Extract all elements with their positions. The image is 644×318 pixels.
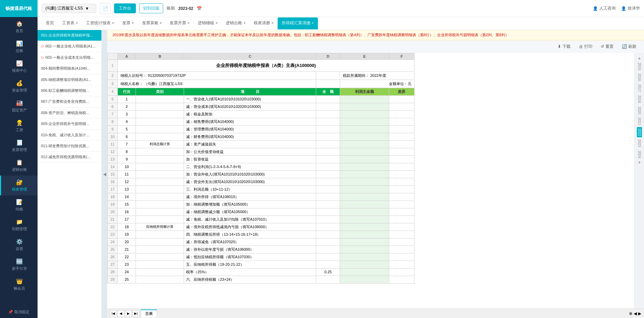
row-profit[interactable] <box>340 208 389 216</box>
row-profit[interactable] <box>340 125 389 133</box>
row-diff[interactable] <box>389 246 414 253</box>
row-diff[interactable] <box>389 185 414 193</box>
row-diff[interactable] <box>389 95 414 103</box>
list-item-004[interactable]: 004-期间费用明细表(A1040... <box>38 63 101 74</box>
close-icon[interactable]: × <box>112 21 114 25</box>
row-profit[interactable] <box>340 110 389 118</box>
row-hangci[interactable]: 4 <box>118 118 136 125</box>
timeline-year-2021[interactable]: 2021 <box>637 116 642 126</box>
row-hangci[interactable]: 17 <box>118 216 136 223</box>
sidebar-unpin-button[interactable]: 📌 取消固定 <box>0 306 38 318</box>
row-hangci[interactable]: 9 <box>118 155 136 163</box>
close-icon[interactable]: × <box>76 21 78 25</box>
row-profit[interactable] <box>340 103 389 110</box>
row-profit[interactable] <box>340 216 389 223</box>
row-profit[interactable] <box>340 118 389 125</box>
row-hangci[interactable]: 10 <box>118 163 136 170</box>
row-hangci[interactable]: 22 <box>118 253 136 261</box>
row-amount[interactable] <box>316 261 340 268</box>
sidebar-item-archive[interactable]: 📁 归档管理 <box>0 215 38 235</box>
tab-tax-clearance[interactable]: 税表清册 × <box>250 17 278 29</box>
row-amount[interactable] <box>316 170 340 178</box>
sidebar-item-close[interactable]: 📝 结账 <box>0 195 38 215</box>
close-icon[interactable]: × <box>187 21 190 25</box>
row-amount[interactable] <box>316 103 340 110</box>
list-item-007[interactable]: 007-广告费和业务宣传费跌... <box>38 96 101 107</box>
row-diff[interactable] <box>389 193 414 201</box>
scroll-arrow-left[interactable]: ◀ <box>634 311 637 316</box>
row-hangci[interactable]: 15 <box>118 201 136 208</box>
close-icon[interactable]: × <box>243 21 246 25</box>
row-profit[interactable] <box>340 276 389 283</box>
sidebar-item-assets[interactable]: 🏭 固定资产 <box>0 96 38 116</box>
row-amount[interactable] <box>316 133 340 140</box>
list-item-002[interactable]: ⊙ 002-一般企业收入明细表(A1... <box>38 41 101 52</box>
row-profit[interactable] <box>340 238 389 246</box>
sidebar-item-finance[interactable]: 💰 资金管理 <box>0 77 38 96</box>
sheet-nav-prev[interactable]: ◀ <box>117 310 124 317</box>
row-hangci[interactable]: 18 <box>118 223 136 231</box>
row-profit[interactable] <box>340 133 389 140</box>
row-amount[interactable] <box>316 201 340 208</box>
row-diff[interactable] <box>389 155 414 163</box>
row-diff[interactable] <box>389 178 414 185</box>
row-amount[interactable] <box>316 238 340 246</box>
row-amount[interactable] <box>316 125 340 133</box>
row-diff[interactable] <box>389 163 414 170</box>
row-amount[interactable] <box>316 253 340 261</box>
refresh-button[interactable]: 🔄 刷新 <box>620 42 639 51</box>
sheet-nav-first[interactable]: |◀ <box>110 310 117 317</box>
timeline-year-2016[interactable]: 2016 <box>637 72 642 82</box>
row-amount[interactable] <box>316 223 340 231</box>
sidebar-item-home[interactable]: 🏠 首页 <box>0 17 38 37</box>
tab-invoice[interactable]: 发票 × <box>118 17 138 29</box>
row-hangci[interactable]: 2 <box>118 103 136 110</box>
collapse-panel-button[interactable]: ◀ <box>102 30 107 318</box>
row-diff[interactable] <box>389 253 414 261</box>
row-amount[interactable] <box>316 185 340 193</box>
row-profit[interactable] <box>340 268 389 276</box>
tab-sales-ledger[interactable]: 进销台账 × <box>222 17 250 29</box>
user-profile-btn[interactable]: 👤 徐泽华 <box>621 5 640 11</box>
row-amount[interactable] <box>316 193 340 201</box>
row-amount[interactable] <box>316 118 340 125</box>
close-icon[interactable]: × <box>215 21 218 25</box>
timeline-year-2018[interactable]: 2018 <box>637 94 642 104</box>
list-item-012[interactable]: 012-减免所得税优惠明细表(... <box>38 152 101 163</box>
timeline-year-2019[interactable]: 2019 <box>637 61 642 71</box>
list-item-006[interactable]: 006-职工薪酬纳税调整明细... <box>38 85 101 96</box>
close-icon[interactable]: × <box>271 21 274 25</box>
list-item-011[interactable]: 011-研发费用加计扣除优惠... <box>38 141 101 152</box>
row-diff[interactable] <box>389 238 414 246</box>
row-diff[interactable] <box>389 216 414 223</box>
row-amount[interactable] <box>316 178 340 185</box>
close-icon[interactable]: × <box>312 21 314 25</box>
scroll-indicator[interactable]: ⊕ <box>629 311 632 316</box>
row-hangci[interactable]: 5 <box>118 125 136 133</box>
spreadsheet-scroll-container[interactable]: A B C D E F 1 企业所 <box>107 53 634 309</box>
sidebar-item-guide[interactable]: 🆕 新手引导 <box>0 255 38 275</box>
sheet-nav-last[interactable]: ▶| <box>132 310 139 317</box>
row-diff[interactable] <box>389 148 414 155</box>
sidebar-item-sales[interactable]: 📋 进销台账 <box>0 156 38 176</box>
close-icon[interactable]: × <box>132 21 134 25</box>
row-profit[interactable] <box>340 170 389 178</box>
row-hangci[interactable]: 3 <box>118 110 136 118</box>
row-profit[interactable] <box>340 148 389 155</box>
row-profit[interactable] <box>340 185 389 193</box>
row-hangci[interactable]: 16 <box>118 208 136 216</box>
tab-home[interactable]: 首页 <box>42 17 58 29</box>
workbench-button[interactable]: 工作台 <box>114 3 136 13</box>
row-diff[interactable] <box>389 118 414 125</box>
company-selector[interactable]: (勾删) 江西服宝-LSS ▼ <box>42 4 96 13</box>
row-diff[interactable] <box>389 223 414 231</box>
row-hangci[interactable]: 24 <box>118 268 136 276</box>
tab-audit[interactable]: 进销稽核 × <box>194 17 222 29</box>
row-hangci[interactable]: 23 <box>118 261 136 268</box>
scroll-arrow-right[interactable]: ▶ <box>638 311 641 316</box>
timeline-year-2017[interactable]: 2017 <box>637 83 642 93</box>
timeline-up-arrow[interactable]: ▲ <box>638 56 642 60</box>
row-diff[interactable] <box>389 125 414 133</box>
row-profit[interactable] <box>340 163 389 170</box>
row-amount[interactable] <box>316 216 340 223</box>
